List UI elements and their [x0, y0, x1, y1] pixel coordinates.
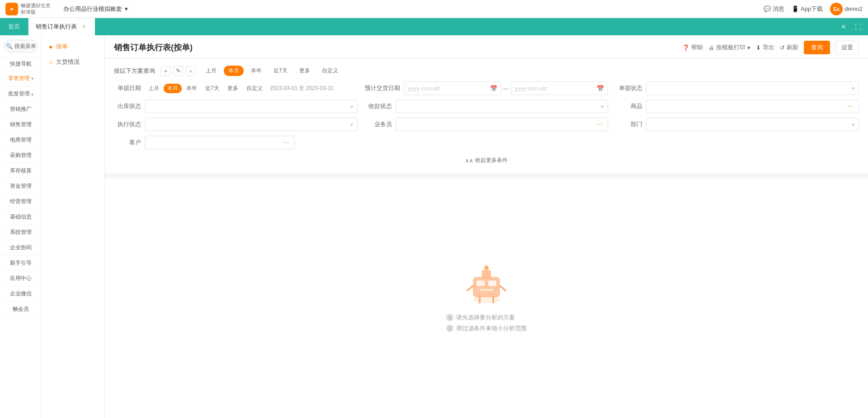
- sidebar-item-ecommerce[interactable]: 电商管理: [0, 133, 41, 148]
- sidebar-item-finance[interactable]: 资金管理: [0, 179, 41, 194]
- status-label: 单据状态: [615, 84, 642, 92]
- status-select[interactable]: ▾: [646, 81, 859, 95]
- sidebar-item-retail[interactable]: 零售管理 ▾: [0, 71, 41, 86]
- sidebar-item-system[interactable]: 系统管理: [0, 225, 41, 240]
- customer-ellipsis-icon[interactable]: ···: [281, 138, 291, 147]
- page-title: 销售订单执行表(按单): [114, 42, 193, 53]
- date-tab-last-7-days[interactable]: 近7天: [202, 84, 223, 93]
- calendar-end-icon: 📅: [597, 85, 604, 92]
- sidebar-item-inventory[interactable]: 库存核算: [0, 163, 41, 179]
- print-arrow-icon: ▾: [747, 44, 750, 51]
- svg-rect-2: [473, 277, 500, 297]
- svg-rect-5: [480, 289, 493, 291]
- date-tab-more[interactable]: 更多: [224, 84, 242, 93]
- tab-home[interactable]: 首页: [0, 18, 28, 35]
- product-ellipsis-icon[interactable]: ···: [845, 102, 855, 110]
- sub-sidebar: ● 按单 ○ 欠货情况: [42, 35, 105, 418]
- salesperson-select[interactable]: ···: [396, 118, 609, 131]
- sidebar-item-purchase[interactable]: 采购管理: [0, 148, 41, 163]
- svg-rect-6: [482, 270, 491, 278]
- expected-date-start[interactable]: yyyy-mm-dd 📅: [404, 81, 501, 95]
- sidebar-item-operations[interactable]: 经营管理: [0, 194, 41, 209]
- svg-rect-3: [476, 280, 485, 286]
- sidebar-item-newbie[interactable]: 新手引导: [0, 256, 41, 271]
- filter-row-3: 执行状态 ▾ 业务员 ··· 部门: [114, 118, 859, 131]
- svg-line-8: [467, 286, 473, 290]
- user-area[interactable]: Ea demo2: [830, 3, 863, 15]
- breadcrumb-chevron: ▾: [125, 5, 128, 12]
- scheme-last-7-days[interactable]: 近7天: [269, 66, 292, 76]
- edit-scheme-btn[interactable]: ✎: [173, 66, 183, 76]
- empty-icon: [464, 261, 509, 306]
- print-btn[interactable]: 🖨 按模板打印 ▾: [708, 43, 750, 52]
- scheme-this-month[interactable]: 本月: [224, 66, 244, 76]
- sidebar-quick-nav[interactable]: 快捷导航: [0, 57, 41, 71]
- sub-sidebar-item-backorder[interactable]: ○ 欠货情况: [42, 54, 104, 70]
- app-download-btn[interactable]: 📱 App下载: [792, 5, 823, 13]
- tab-close-window-icon[interactable]: ✕: [838, 21, 849, 32]
- scheme-custom[interactable]: 自定义: [317, 66, 343, 76]
- user-avatar: Ea: [830, 3, 843, 15]
- message-btn[interactable]: 💬 消息: [764, 5, 784, 13]
- svg-rect-4: [488, 280, 496, 286]
- add-scheme-btn[interactable]: ＋: [160, 66, 170, 76]
- filter-group-ship-status: 出库状态 ▾: [114, 100, 358, 113]
- breadcrumb[interactable]: 办公用品行业模拟账套 ▾: [63, 5, 128, 13]
- logo-text: 畅捷通好生意 标准版: [21, 3, 51, 14]
- filter-group-exec-status: 执行状态 ▾: [114, 118, 358, 131]
- export-btn[interactable]: ⬇ 导出: [756, 43, 774, 52]
- scheme-more[interactable]: 更多: [295, 66, 315, 76]
- dept-select[interactable]: ▾: [646, 118, 859, 131]
- sidebar-item-member[interactable]: 畅会员: [0, 302, 41, 317]
- tab-close-icon[interactable]: ×: [80, 23, 88, 30]
- scheme-actions: ＋ ✎ «: [160, 66, 196, 76]
- help-btn[interactable]: ❓ 帮助: [682, 43, 703, 52]
- date-tab-this-month[interactable]: 本月: [164, 84, 182, 93]
- exec-status-select[interactable]: ▾: [145, 118, 358, 131]
- sidebar-item-wholesale[interactable]: 批发管理 ▴: [0, 86, 41, 102]
- exec-chevron-icon: ▾: [350, 121, 354, 128]
- salesperson-ellipsis-icon[interactable]: ···: [594, 120, 604, 128]
- payment-status-select[interactable]: ▾: [396, 100, 609, 113]
- customer-label: 客户: [114, 138, 141, 147]
- scheme-label: 按以下方案查询: [114, 67, 155, 75]
- date-tab-custom[interactable]: 自定义: [243, 84, 266, 93]
- ship-status-select[interactable]: ▾: [145, 100, 358, 113]
- collapse-scheme-btn[interactable]: «: [186, 66, 196, 76]
- ship-status-chevron-icon: ▾: [350, 103, 354, 110]
- refresh-btn[interactable]: ↺ 刷新: [780, 43, 798, 52]
- export-icon: ⬇: [756, 44, 761, 51]
- settings-btn[interactable]: 设置: [835, 41, 859, 54]
- sidebar-item-enterprise[interactable]: 企业协同: [0, 240, 41, 256]
- order-icon: ●: [49, 43, 52, 50]
- download-icon: 📱: [792, 5, 799, 12]
- sidebar-item-apps[interactable]: 应用中心: [0, 271, 41, 286]
- date-tab-this-year[interactable]: 本年: [183, 84, 201, 93]
- filter-group-salesperson: 业务员 ···: [365, 118, 609, 131]
- customer-select[interactable]: ···: [145, 136, 295, 149]
- scheme-last-month[interactable]: 上月: [201, 66, 221, 76]
- tip-num-2: 2: [446, 325, 453, 332]
- tab-maximize-icon[interactable]: ⛶: [853, 21, 863, 32]
- svg-line-9: [500, 286, 505, 290]
- query-btn[interactable]: 查询: [804, 41, 830, 54]
- sidebar-search: 🔍 搜索菜单: [0, 35, 41, 57]
- date-tab-last-month[interactable]: 上月: [145, 84, 163, 93]
- tab-sales-order[interactable]: 销售订单执行表 ×: [28, 18, 95, 35]
- sidebar-item-sales[interactable]: 销售管理: [0, 117, 41, 133]
- exec-status-label: 执行状态: [114, 120, 141, 128]
- sub-sidebar-item-by-order[interactable]: ● 按单: [42, 39, 104, 54]
- sidebar-item-wechat[interactable]: 企业微信: [0, 286, 41, 302]
- tip-num-1: 1: [446, 314, 453, 321]
- salesperson-label: 业务员: [365, 120, 392, 128]
- search-menu-btn[interactable]: 🔍 搜索菜单: [4, 40, 38, 52]
- product-select[interactable]: ···: [646, 100, 859, 113]
- collapse-more-btn[interactable]: ∧∧ 收起更多条件: [114, 154, 859, 167]
- empty-state: 1 请先选择要分析的方案 2 用过滤条件来缩小分析范围: [105, 178, 868, 418]
- content-area: 销售订单执行表(按单) ❓ 帮助 🖨 按模板打印 ▾ ⬇ 导出 ↺ 刷新: [105, 35, 868, 418]
- sidebar-item-marketing[interactable]: 营销推广: [0, 102, 41, 117]
- sidebar-item-basics[interactable]: 基础信息: [0, 209, 41, 225]
- tab-bar-right: ✕ ⛶: [838, 21, 868, 32]
- scheme-this-year[interactable]: 本年: [246, 66, 266, 76]
- expected-date-end[interactable]: yyyy-mm-dd 📅: [511, 81, 609, 95]
